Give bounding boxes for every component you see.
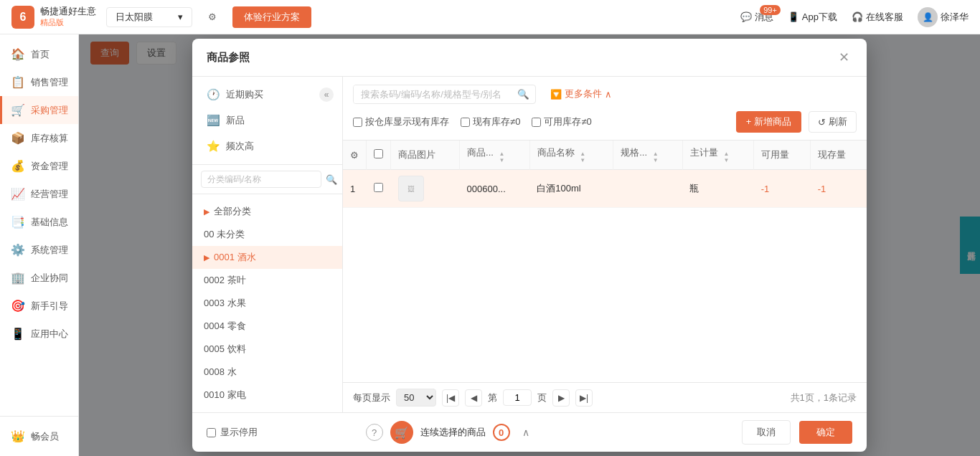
current-stock-checkbox[interactable] (461, 118, 470, 127)
app-icon: 📱 (788, 11, 799, 22)
product-table: ⚙ 商品图片 商品... ▲▼ (343, 141, 867, 208)
sidebar-item-member[interactable]: 👑 畅会员 (0, 422, 78, 450)
prev-page-button[interactable]: ◀ (465, 389, 482, 407)
th-product-code[interactable]: 商品... ▲▼ (460, 141, 530, 170)
show-disabled-checkbox[interactable] (207, 428, 216, 437)
more-filter-button[interactable]: 🔽 更多条件 ∧ (543, 84, 619, 104)
th-checkbox[interactable] (367, 141, 391, 170)
category-list: ▶ 全部分类 00 未分类 ▶ 0001 酒水 0002 茶 (192, 194, 342, 412)
category-0001[interactable]: ▶ 0001 酒水 (192, 246, 342, 269)
modal-footer: 显示停用 ? 🛒 连续选择的商品 0 ∧ 取消 确定 (192, 412, 867, 452)
product-reference-modal: 商品参照 ✕ 🕐 近期购买 « (192, 39, 867, 452)
checkbox-available-stock[interactable]: 可用库存≠0 (532, 115, 591, 128)
user-item[interactable]: 👤 徐泽华 (918, 7, 969, 27)
app-download-item[interactable]: 📱 App下载 (788, 11, 837, 24)
category-00[interactable]: 00 未分类 (192, 223, 342, 246)
checkbox-warehouse-stock[interactable]: 按仓库显示现有库存 (353, 115, 449, 128)
store-selector[interactable]: 日太阳膜 ▾ (106, 7, 192, 27)
sidebar-item-sales[interactable]: 📋 销售管理 (0, 68, 78, 96)
category-label: 0002 茶叶 (204, 274, 246, 287)
sidebar-item-purchase[interactable]: 🛒 采购管理 (0, 96, 78, 124)
category-label: 0001 酒水 (214, 251, 256, 264)
help-icon[interactable]: ? (366, 424, 383, 441)
quick-new[interactable]: 🆕 新品 (201, 110, 334, 131)
modal-close-button[interactable]: ✕ (835, 49, 852, 66)
sidebar-item-finance[interactable]: 💰 资金管理 (0, 152, 78, 180)
modal-overlay: 商品参照 ✕ 🕐 近期购买 « (79, 34, 980, 456)
select-all-checkbox[interactable] (374, 149, 383, 158)
star-icon: ⭐ (207, 140, 220, 153)
th-product-name[interactable]: 商品名称 ▲▼ (529, 141, 613, 170)
sidebar-item-guide[interactable]: 🎯 新手引导 (0, 292, 78, 320)
page-suffix: 页 (537, 391, 547, 404)
sidebar-item-apps[interactable]: 📱 应用中心 (0, 320, 78, 348)
sidebar-item-basic[interactable]: 📑 基础信息 (0, 208, 78, 236)
sidebar-item-enterprise[interactable]: 🏢 企业协同 (0, 264, 78, 292)
category-search-input[interactable] (201, 171, 321, 188)
next-page-button[interactable]: ▶ (552, 389, 570, 407)
row-select-checkbox[interactable] (374, 183, 383, 192)
quick-frequent[interactable]: ⭐ 频次高 (201, 136, 334, 157)
search-button[interactable]: 🔍 (512, 85, 535, 103)
member-icon: 👑 (11, 429, 25, 443)
category-0002[interactable]: 0002 茶叶 (192, 269, 342, 292)
top-right: 💬 消息 99+ 📱 App下载 🎧 在线客服 👤 徐泽华 (740, 7, 969, 27)
settings-icon[interactable]: ⚙ (201, 6, 224, 29)
service-item[interactable]: 🎧 在线客服 (852, 11, 903, 24)
last-page-button[interactable]: ▶| (575, 389, 593, 407)
page-number-input[interactable] (503, 389, 532, 406)
category-0010[interactable]: 0010 家电 (192, 384, 342, 407)
row-num: 1 (343, 170, 367, 208)
add-product-button[interactable]: + 新增商品 (736, 111, 801, 133)
cart-area: ? 🛒 连续选择的商品 0 ∧ (366, 421, 534, 444)
sidebar-item-home[interactable]: 🏠 首页 (0, 40, 78, 68)
product-stock-cell: -1 (811, 170, 867, 208)
first-page-button[interactable]: |◀ (442, 389, 459, 407)
cancel-button[interactable]: 取消 (742, 420, 791, 445)
cart-button[interactable]: 🛒 (390, 421, 413, 444)
layout: 🏠 首页 📋 销售管理 🛒 采购管理 📦 库存核算 💰 资金管理 📈 经营管理 … (0, 34, 980, 456)
category-0004[interactable]: 0004 零食 (192, 315, 342, 338)
th-spec[interactable]: 规格... ▲▼ (613, 141, 683, 170)
show-disabled-label[interactable]: 显示停用 (207, 426, 258, 439)
sidebar-item-inventory[interactable]: 📦 库存核算 (0, 124, 78, 152)
per-page-select[interactable]: 50 10 20 100 (396, 389, 436, 407)
collapse-cart-icon[interactable]: ∧ (517, 424, 534, 441)
category-0005[interactable]: 0005 饮料 (192, 338, 342, 361)
th-unit[interactable]: 主计量 ▲▼ (682, 141, 753, 170)
sidebar-item-label: 系统管理 (31, 244, 68, 257)
home-icon: 🏠 (11, 47, 25, 61)
quick-recent[interactable]: 🕐 近期购买 (201, 84, 269, 105)
sidebar-item-label: 基础信息 (31, 216, 68, 229)
sort-icon: ▲▼ (499, 151, 505, 163)
trial-button[interactable]: 体验行业方案 (232, 6, 311, 28)
sort-icon: ▲▼ (580, 151, 585, 163)
available-stock-checkbox[interactable] (532, 118, 541, 127)
filter-checkboxes: 按仓库显示现有库存 现有库存≠0 可用库存≠0 (353, 115, 592, 128)
sidebar-item-system[interactable]: ⚙️ 系统管理 (0, 236, 78, 264)
messages-badge: 99+ (760, 5, 781, 15)
messages-item[interactable]: 💬 消息 99+ (740, 11, 773, 24)
quick-new-label: 新品 (226, 114, 245, 127)
category-0008[interactable]: 0008 水 (192, 361, 342, 384)
refresh-button[interactable]: ↺ 刷新 (809, 111, 857, 133)
product-available-cell: -1 (754, 170, 811, 208)
th-settings[interactable]: ⚙ (343, 141, 367, 170)
expand-arrow-icon: ▶ (204, 207, 209, 217)
product-image-cell: 🖼 (391, 170, 460, 208)
sidebar-item-operation[interactable]: 📈 经营管理 (0, 180, 78, 208)
collapse-button[interactable]: « (319, 87, 334, 102)
confirm-button[interactable]: 确定 (799, 421, 852, 444)
th-stock: 现存量 (811, 141, 867, 170)
warehouse-stock-checkbox[interactable] (353, 118, 362, 127)
checkbox-current-stock[interactable]: 现有库存≠0 (461, 115, 520, 128)
category-search-icon[interactable]: 🔍 (326, 174, 337, 185)
store-name: 日太阳膜 (116, 11, 153, 24)
category-0003[interactable]: 0003 水果 (192, 292, 342, 315)
search-toolbar: 🔍 🔽 更多条件 ∧ 按仓库显示现有库存 (343, 77, 867, 141)
row-checkbox[interactable] (367, 170, 391, 208)
category-all[interactable]: ▶ 全部分类 (192, 200, 342, 223)
product-search-input[interactable] (354, 85, 512, 103)
table-row[interactable]: 1 🖼 000600... 白酒100ml (343, 170, 867, 208)
apps-icon: 📱 (11, 327, 25, 341)
